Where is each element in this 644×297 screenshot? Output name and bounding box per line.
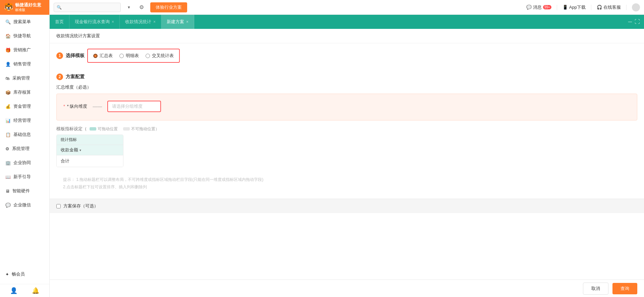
sidebar-item-label: 采购管理 xyxy=(12,75,30,81)
service-button[interactable]: 🎧 在线客服 xyxy=(597,4,621,10)
logo-icon: 🐯 xyxy=(4,3,13,12)
sidebar-item-wechat[interactable]: 💬 企业微信 xyxy=(0,198,49,212)
top-header: 🔍 ▾ ⚙ 体验行业方案 💬 消息 99+ 📱 App下载 🎧 在线客服 xyxy=(50,0,644,15)
message-button[interactable]: 💬 消息 99+ xyxy=(526,4,551,10)
save-label: 方案保存（可选） xyxy=(63,203,98,209)
service-icon: 🎧 xyxy=(597,5,602,10)
sidebar-item-basic-info[interactable]: 📋 基础信息 xyxy=(0,128,49,142)
app-version: 标准版 xyxy=(15,8,41,12)
tab-receipt-stats-close[interactable]: × xyxy=(153,19,156,24)
user-avatar[interactable] xyxy=(632,3,640,11)
chat-icon: 💬 xyxy=(5,203,11,208)
sidebar-bottom-icon2[interactable]: 🔔 xyxy=(32,287,39,294)
step1-title-row: 1 选择模板 汇总表 明细表 xyxy=(56,49,637,63)
sidebar-item-label: 企业协同 xyxy=(13,160,31,166)
step2-badge: 2 xyxy=(56,73,63,80)
radio-crosstab-input[interactable] xyxy=(146,54,150,58)
message-icon: 💬 xyxy=(526,5,532,10)
sidebar-item-label: 基础信息 xyxy=(13,132,31,138)
radio-summary-input[interactable] xyxy=(93,54,98,58)
sidebar-item-search-menu[interactable]: 🔍 搜索菜单 xyxy=(0,15,49,29)
sidebar-item-sales[interactable]: 👤 销售管理 xyxy=(0,57,49,71)
query-button[interactable]: 查询 xyxy=(612,283,637,294)
message-badge: 99+ xyxy=(543,5,551,9)
sidebar-item-inventory[interactable]: 📦 库存核算 xyxy=(0,85,49,99)
sidebar-item-purchase[interactable]: 🛍 采购管理 xyxy=(0,71,49,85)
tab-new-plan-close[interactable]: × xyxy=(186,19,189,24)
radio-detail-label: 明细表 xyxy=(126,53,139,59)
metrics-title-row: 模板指标设定（ 可拖动位置 不可拖动位置） xyxy=(56,126,637,132)
tab-maximize-button[interactable]: ⛶ xyxy=(635,19,640,25)
dimension-arrow: —— xyxy=(93,104,102,109)
tab-new-plan-label: 新建方案 xyxy=(167,19,184,25)
main-area: 🔍 ▾ ⚙ 体验行业方案 💬 消息 99+ 📱 App下载 🎧 在线客服 xyxy=(50,0,644,297)
sidebar-item-operations[interactable]: 📊 经营管理 xyxy=(0,113,49,128)
app-name: 畅捷通好生意 xyxy=(15,2,41,8)
dimension-select-button[interactable]: 请选择分组维度 xyxy=(107,101,161,112)
tip-line2: 2.点击标题栏下拉可设置排序、插入列和删除列 xyxy=(63,184,631,191)
tab-actions: ─ ⛶ xyxy=(624,15,644,29)
settings-button[interactable]: ⚙ xyxy=(137,3,146,12)
breadcrumb-text: 收款情况统计方案设置 xyxy=(56,33,100,38)
download-button[interactable]: 📱 App下载 xyxy=(562,4,586,10)
sidebar-item-smart-hw[interactable]: 🖥 智能硬件 xyxy=(0,184,49,198)
tab-bank-flow-close[interactable]: × xyxy=(112,19,114,24)
trial-button[interactable]: 体验行业方案 xyxy=(150,2,187,12)
sidebar-item-label: 经营管理 xyxy=(13,117,31,123)
dimension-area: * * 纵向维度 —— 请选择分组维度 xyxy=(56,94,637,120)
step2-section: 2 方案配置 汇总维度（必选） * * 纵向维度 xyxy=(50,73,644,199)
stats-subtotal-cell: 合计 xyxy=(57,155,123,167)
step2-label: 方案配置 xyxy=(66,74,85,80)
sidebar-bottom-icon1[interactable]: 👤 xyxy=(10,287,17,294)
box-icon: 📦 xyxy=(5,90,11,95)
radio-crosstab[interactable]: 交叉统计表 xyxy=(146,53,174,59)
sidebar-item-guide[interactable]: 📖 新手引导 xyxy=(0,170,49,184)
header-search-box[interactable]: 🔍 xyxy=(54,3,121,12)
tip-line1: 提示： 1.拖动标题栏可以调整布局，不可跨维度或指标区域拖动栏目字段(只能在同一… xyxy=(63,176,631,184)
chart-icon: 📊 xyxy=(5,118,11,123)
sidebar-item-marketing[interactable]: 🎁 营销推广 xyxy=(0,43,49,57)
radio-detail[interactable]: 明细表 xyxy=(119,53,139,59)
cancel-button[interactable]: 取消 xyxy=(583,283,608,295)
app-logo: 🐯 畅捷通好生意 标准版 xyxy=(0,0,49,15)
sidebar-item-label: 新手引导 xyxy=(13,174,31,180)
radio-detail-input[interactable] xyxy=(119,54,124,58)
stats-header-text: 统计指标 xyxy=(61,137,77,142)
clipboard-icon: 📋 xyxy=(5,132,11,137)
tab-home-label: 首页 xyxy=(55,19,64,25)
radio-summary[interactable]: 汇总表 xyxy=(93,53,113,59)
stats-table: 统计指标 收款金额 ▾ 合计 xyxy=(56,135,123,167)
sidebar-item-label: 企业微信 xyxy=(13,202,31,208)
tab-bank-flow-label: 现金银行流水查询 xyxy=(75,19,110,25)
legend-non-draggable: 不可拖动位置） xyxy=(123,126,159,132)
template-select-box: 汇总表 明细表 交叉统计表 xyxy=(87,49,180,63)
sidebar-item-system[interactable]: ⚙ 系统管理 xyxy=(0,142,49,156)
save-checkbox[interactable] xyxy=(56,204,61,208)
summary-dimension-section: 汇总维度（必选） * * 纵向维度 —— 请选择分组维度 xyxy=(56,84,637,120)
header-dropdown-button[interactable]: ▾ xyxy=(125,3,133,11)
step2-title-row: 2 方案配置 xyxy=(56,73,637,80)
bag-icon: 🛍 xyxy=(5,76,10,81)
sidebar: 🐯 畅捷通好生意 标准版 🔍 搜索菜单 🏠 快捷导航 🎁 营销推广 👤 销售管理… xyxy=(0,0,50,297)
draggable-label: 可拖动位置 xyxy=(98,126,118,132)
sidebar-item-label: 销售管理 xyxy=(13,61,31,67)
dimension-row: * * 纵向维度 —— 请选择分组维度 xyxy=(63,101,630,112)
sidebar-item-member[interactable]: ✦ 畅会员 xyxy=(0,267,49,281)
tab-bank-flow[interactable]: 现金银行流水查询 × xyxy=(69,15,120,29)
tab-minimize-button[interactable]: ─ xyxy=(628,19,632,25)
download-icon: 📱 xyxy=(562,5,568,10)
sidebar-item-label: 畅会员 xyxy=(12,271,25,277)
gear-icon: ⚙ xyxy=(5,146,9,151)
tab-receipt-stats[interactable]: 收款情况统计 × xyxy=(120,15,161,29)
page-breadcrumb: 收款情况统计方案设置 xyxy=(50,29,644,43)
sidebar-item-quick-nav[interactable]: 🏠 快捷导航 xyxy=(0,29,49,43)
stats-col-header[interactable]: 收款金额 ▾ xyxy=(57,145,123,155)
sidebar-item-label: 快捷导航 xyxy=(13,33,31,39)
sidebar-item-label: 营销推广 xyxy=(13,47,31,53)
header-right: 💬 消息 99+ 📱 App下载 🎧 在线客服 xyxy=(526,3,640,11)
sidebar-item-enterprise[interactable]: 🏢 企业协同 xyxy=(0,156,49,170)
tab-new-plan[interactable]: 新建方案 × xyxy=(161,15,194,29)
non-draggable-dot xyxy=(123,127,130,131)
sidebar-item-finance[interactable]: 💰 资金管理 xyxy=(0,99,49,113)
tab-home[interactable]: 首页 xyxy=(50,15,69,29)
